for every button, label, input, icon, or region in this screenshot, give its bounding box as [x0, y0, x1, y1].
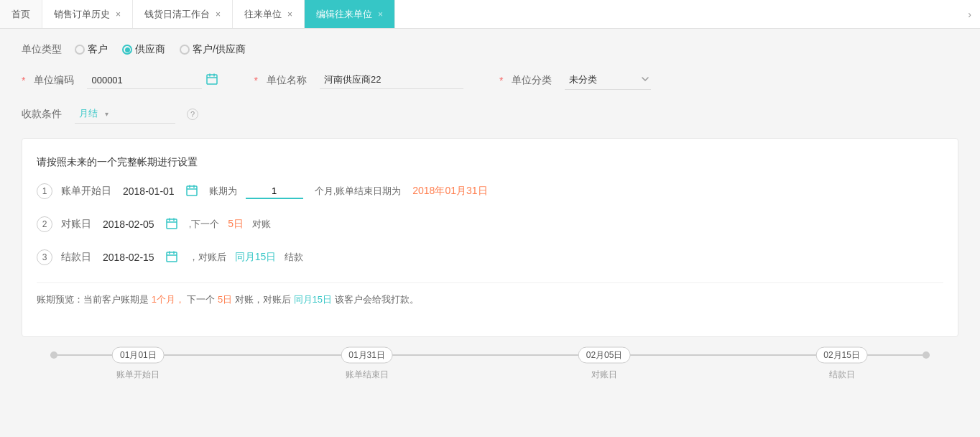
step-3-date: 2018-02-15 [103, 252, 154, 263]
step-1-period-label: 账期为 [209, 185, 237, 198]
tab-bar: 首页 销售订单历史 × 钱货日清工作台 × 往来单位 × 编辑往来单位 × › [0, 0, 980, 29]
timeline-node-2: 01月31日 [341, 347, 393, 364]
preview-h3: 同月15日 [294, 294, 332, 305]
step-2-label: 对账日 [61, 218, 91, 231]
step-1-label: 账单开始日 [61, 185, 111, 198]
unit-code-field-wrapper [87, 72, 218, 89]
preview-h1-suffix: 下一个 [187, 294, 215, 305]
timeline-label-3: 对账日 [591, 369, 617, 381]
unit-type-label: 单位类型 [22, 43, 62, 56]
unit-category-label: 单位分类 [512, 74, 552, 87]
timeline-end-dot [923, 351, 930, 359]
tab-edit-partner-close[interactable]: × [378, 9, 383, 19]
account-preview: 账期预览：当前客户账期是 1个月， 下一个 5日 对账，对账后 同月15日 该客… [37, 282, 943, 319]
timeline-node-3: 02月05日 [578, 347, 631, 364]
timeline-label-4: 结款日 [829, 369, 855, 381]
step-3-desc-highlight: 同月15日 [235, 251, 277, 264]
step-2-desc-highlight: 5日 [228, 218, 244, 231]
period-value-input[interactable] [246, 184, 303, 199]
payment-term-arrow-icon: ▾ [102, 110, 111, 118]
timeline-start-dot [50, 351, 57, 359]
tab-expand-btn[interactable]: › [959, 0, 980, 28]
step-2-date: 2018-02-05 [103, 218, 154, 230]
timeline-node-1: 01月01日 [112, 347, 165, 364]
unit-code-icon[interactable] [206, 73, 218, 87]
step-1-period-end: 2018年01月31日 [412, 185, 487, 198]
unit-category-arrow-icon [639, 73, 651, 87]
tab-partner-units-label: 往来单位 [244, 8, 282, 21]
step-3-desc-prefix: ，对账后 [189, 251, 226, 264]
tab-sales-history-label: 销售订单历史 [54, 8, 110, 21]
unit-code-star: * [22, 75, 25, 86]
timeline-line [50, 354, 930, 356]
payment-term-help-icon[interactable]: ? [187, 109, 198, 120]
radio-supplier-circle [122, 45, 132, 55]
preview-h1: 1个月， [152, 294, 185, 305]
step-1-calendar-icon[interactable] [186, 185, 198, 198]
step-1-num: 1 [37, 183, 52, 199]
settings-card: 请按照未来的一个完整帐期进行设置 1 账单开始日 2018-01-01 账期为 … [22, 138, 958, 337]
timeline-labels: 账单开始日 账单结束日 对账日 结款日 [50, 369, 930, 383]
timeline-badge-3: 02月05日 [578, 347, 631, 364]
unit-category-value: 未分类 [565, 70, 601, 89]
radio-both-label: 客户/供应商 [193, 43, 246, 56]
svg-rect-2 [167, 219, 177, 229]
card-title: 请按照未来的一个完整帐期进行设置 [37, 156, 943, 169]
step-row-3: 3 结款日 2018-02-15 ，对账后 同月15日 结款 [37, 249, 943, 265]
unit-type-row: 单位类型 客户 供应商 客户/供应商 [22, 43, 958, 56]
unit-type-radio-group: 客户 供应商 客户/供应商 [75, 43, 246, 56]
unit-name-label: 单位名称 [267, 74, 307, 87]
tab-cash-workbench-label: 钱货日清工作台 [144, 8, 210, 21]
tab-partner-units[interactable]: 往来单位 × [233, 0, 305, 28]
step-2-desc-prefix: ,下一个 [189, 218, 220, 231]
timeline-label-2: 账单结束日 [346, 369, 389, 381]
step-3-num: 3 [37, 249, 52, 265]
step-row-1: 1 账单开始日 2018-01-01 账期为 个月,账单结束日期为 2018年0… [37, 183, 943, 199]
tab-sales-history-close[interactable]: × [116, 9, 121, 19]
unit-name-input[interactable] [320, 72, 463, 89]
unit-code-input[interactable] [87, 72, 202, 89]
timeline-badge-2: 01月31日 [341, 347, 393, 364]
unit-code-label: 单位编码 [34, 74, 74, 87]
chevron-right-icon: › [968, 9, 971, 20]
timeline-container: 01月01日 01月31日 02月05日 02月15日 账单开始日 账单结束日 … [22, 337, 958, 383]
step-3-calendar-icon[interactable] [166, 251, 177, 264]
unit-category-select[interactable]: 未分类 [565, 70, 651, 90]
tab-edit-partner-label: 编辑往来单位 [316, 8, 372, 21]
unit-category-star: * [499, 75, 503, 86]
tab-edit-partner[interactable]: 编辑往来单位 × [305, 0, 395, 28]
unit-name-star: * [254, 75, 257, 86]
step-3-desc-suffix: 结款 [285, 251, 303, 264]
tab-cash-workbench-close[interactable]: × [216, 9, 221, 19]
timeline-badge-1: 01月01日 [112, 347, 165, 364]
step-1-date: 2018-01-01 [123, 185, 175, 197]
timeline-node-4: 02月15日 [815, 347, 868, 364]
radio-customer-circle [75, 45, 85, 55]
step-2-desc-suffix: 对账 [252, 218, 271, 231]
radio-supplier-label: 供应商 [135, 43, 165, 56]
step-3-label: 结款日 [61, 251, 91, 264]
payment-term-dropdown[interactable]: 月结 ▾ [75, 104, 175, 124]
preview-middle: 对账，对账后 [235, 294, 291, 305]
tab-cash-workbench[interactable]: 钱货日清工作台 × [133, 0, 233, 28]
tab-sales-history[interactable]: 销售订单历史 × [42, 0, 133, 28]
timeline-badge-4: 02月15日 [815, 347, 868, 364]
svg-rect-3 [167, 252, 177, 262]
radio-both-circle [180, 45, 190, 55]
payment-term-row: 收款条件 月结 ▾ ? [22, 104, 958, 124]
step-2-num: 2 [37, 216, 52, 232]
step-2-calendar-icon[interactable] [166, 218, 177, 231]
tab-home-label: 首页 [11, 8, 30, 21]
tab-partner-units-close[interactable]: × [287, 9, 292, 19]
preview-suffix: 该客户会给我打款。 [335, 294, 419, 305]
tab-home[interactable]: 首页 [0, 0, 42, 28]
step-row-2: 2 对账日 2018-02-05 ,下一个 5日 对账 [37, 216, 943, 232]
svg-rect-1 [187, 186, 197, 196]
radio-both[interactable]: 客户/供应商 [180, 43, 246, 56]
payment-term-value: 月结 [75, 104, 102, 123]
unit-info-row: * 单位编码 * 单位名称 * 单位分类 未分类 [22, 70, 958, 90]
step-1-period-unit: 个月,账单结束日期为 [315, 185, 402, 198]
radio-supplier[interactable]: 供应商 [122, 43, 165, 56]
radio-customer-label: 客户 [88, 43, 108, 56]
radio-customer[interactable]: 客户 [75, 43, 108, 56]
